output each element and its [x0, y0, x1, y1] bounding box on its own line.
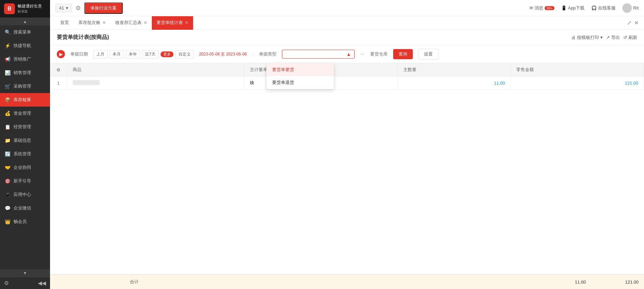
- tab-close-icon[interactable]: ✕: [144, 20, 147, 25]
- sidebar-item-marketing[interactable]: 📢 营销推广: [0, 52, 50, 66]
- header-left: 41 ▾ ⚙ 体验行业方案: [55, 2, 123, 14]
- customer-service-btn[interactable]: 🎧 在线客服: [591, 5, 616, 11]
- print-btn[interactable]: 🖨 按模板打印 ▾: [571, 35, 603, 41]
- col-header-settings[interactable]: ⚙: [50, 63, 67, 76]
- promo-button[interactable]: 体验行业方案: [84, 2, 123, 14]
- sidebar-item-wechat[interactable]: 💬 企业微信: [0, 201, 50, 215]
- col-header-quantity: 主数量: [398, 63, 510, 76]
- filter-toggle-btn[interactable]: ▶: [57, 50, 65, 58]
- page-header: 要货单统计表(按商品) 🖨 按模板打印 ▾ ↗ 导出 ↺ 刷新: [50, 30, 644, 45]
- app-icon: 📱: [561, 5, 567, 10]
- tab-home[interactable]: 首页: [55, 16, 74, 30]
- sidebar-items: 🔍 搜索菜单 ⚡ 快捷导航 📢 营销推广 📊 销售管理 🛒 采购管理 📦 库存核…: [0, 25, 50, 269]
- tab-close-icon[interactable]: ✕: [185, 20, 188, 25]
- row-product: [67, 76, 244, 90]
- sidebar-item-sales[interactable]: 📊 销售管理: [0, 66, 50, 80]
- dropdown-arrow-icon: ▾: [66, 5, 68, 10]
- sidebar-item-label: 应用中心: [14, 192, 31, 198]
- operations-icon: 📋: [4, 124, 11, 130]
- sidebar-item-guide[interactable]: 🎯 新手引导: [0, 174, 50, 188]
- collapse-icon[interactable]: ◀◀: [38, 280, 46, 286]
- sidebar-item-basic-info[interactable]: 📁 基础信息: [0, 134, 50, 147]
- col-header-product: 商品: [67, 63, 244, 76]
- sidebar-item-purchase[interactable]: 🛒 采购管理: [0, 80, 50, 93]
- dropdown-item-order-goods[interactable]: 要货单要货: [267, 63, 334, 76]
- date-buttons: 上月 本月 本年 近7天 更多 自定义: [93, 50, 194, 59]
- user-avatar: [622, 3, 632, 13]
- filter-more-icon[interactable]: ···: [360, 51, 364, 57]
- refresh-btn[interactable]: ↺ 刷新: [623, 35, 637, 41]
- user-profile[interactable]: Rit: [622, 3, 639, 13]
- date-btn-custom[interactable]: 自定义: [175, 50, 194, 59]
- data-table: ⚙ 商品 主计量单位 主数量 零售金额 1 块: [50, 63, 644, 90]
- sidebar-item-label: 采购管理: [14, 83, 31, 89]
- sidebar-item-member[interactable]: 👑 畅会员: [0, 215, 50, 228]
- col-header-amount: 零售金额: [510, 63, 644, 76]
- tab-inventory-batch[interactable]: 库存批次账 ✕: [74, 16, 111, 30]
- sidebar-item-search[interactable]: 🔍 搜索菜单: [0, 25, 50, 39]
- page-actions: 🖨 按模板打印 ▾ ↗ 导出 ↺ 刷新: [571, 35, 637, 41]
- print-dropdown-icon: ▾: [600, 35, 603, 40]
- sidebar-item-label: 快捷导航: [14, 43, 31, 49]
- logo-text: 畅捷通好生意: [18, 4, 42, 9]
- inventory-icon: 📦: [4, 97, 11, 103]
- sidebar-item-inventory[interactable]: 📦 库存核算: [0, 93, 50, 107]
- amount-link[interactable]: 121.00: [625, 81, 638, 86]
- service-label: 在线客服: [598, 5, 616, 11]
- tab-label: 收发存汇总表: [115, 20, 142, 26]
- type-select[interactable]: ▲: [282, 50, 355, 59]
- date-btn-7days[interactable]: 近7天: [142, 50, 159, 59]
- sidebar-item-operations[interactable]: 📋 经营管理: [0, 120, 50, 134]
- print-icon: 🖨: [571, 35, 576, 40]
- tab-label: 库存批次账: [78, 20, 100, 26]
- user-name: Rit: [633, 5, 639, 10]
- export-label: 导出: [611, 35, 620, 41]
- tab-close-all-icon[interactable]: ✕: [634, 20, 639, 26]
- page-content: 要货单统计表(按商品) 🖨 按模板打印 ▾ ↗ 导出 ↺ 刷新 ▶: [50, 30, 644, 289]
- header: 41 ▾ ⚙ 体验行业方案 ✉ 消息 99+ 📱 App下载 🎧 在线客服 R: [50, 0, 644, 16]
- logo-icon: B: [4, 3, 15, 14]
- tab-receipt-summary[interactable]: 收发存汇总表 ✕: [111, 16, 152, 30]
- refresh-icon: ↺: [623, 35, 627, 40]
- sidebar-item-label: 销售管理: [14, 70, 31, 76]
- header-settings-icon[interactable]: ⚙: [75, 4, 81, 12]
- tab-close-icon[interactable]: ✕: [102, 20, 106, 25]
- query-button[interactable]: 查询: [393, 49, 413, 59]
- messages-count: 99+: [545, 6, 554, 10]
- settings-icon[interactable]: ⚙: [4, 280, 9, 286]
- branch-dropdown[interactable]: 41 ▾: [55, 4, 72, 12]
- sidebar-item-system[interactable]: 🔄 系统管理: [0, 147, 50, 161]
- settings-button[interactable]: 设置: [418, 49, 438, 60]
- marketing-icon: 📢: [4, 57, 11, 62]
- sidebar-item-label: 系统管理: [14, 151, 31, 157]
- total-row: 合计 11.00 121.00: [50, 274, 644, 289]
- sidebar-item-enterprise[interactable]: 🤝 企业协同: [0, 161, 50, 174]
- tab-order-summary[interactable]: 要货单统计表 ✕: [152, 16, 193, 30]
- branch-name: 41: [59, 5, 64, 10]
- export-btn[interactable]: ↗ 导出: [606, 35, 620, 41]
- type-input[interactable]: [286, 52, 347, 57]
- page-title: 要货单统计表(按商品): [57, 34, 109, 41]
- select-arrow-icon: ▲: [347, 51, 351, 57]
- sidebar-item-label: 资金管理: [14, 110, 31, 116]
- table-header-row: ⚙ 商品 主计量单位 主数量 零售金额: [50, 63, 644, 76]
- sidebar-item-app-center[interactable]: 📱 应用中心: [0, 188, 50, 201]
- search-icon: 🔍: [4, 29, 11, 35]
- quantity-link[interactable]: 11.00: [494, 81, 505, 86]
- column-settings-icon[interactable]: ⚙: [56, 67, 61, 72]
- date-btn-last-month[interactable]: 上月: [93, 50, 108, 59]
- sidebar-item-quick-nav[interactable]: ⚡ 快捷导航: [0, 39, 50, 52]
- member-icon: 👑: [4, 219, 11, 224]
- app-download-btn[interactable]: 📱 App下载: [561, 5, 585, 11]
- dropdown-item-order-return[interactable]: 要货单退货: [267, 76, 334, 89]
- date-btn-this-month[interactable]: 本月: [110, 50, 124, 59]
- divider: |: [252, 52, 253, 57]
- tab-maximize-icon[interactable]: ⤢: [627, 20, 631, 26]
- more-badge[interactable]: 更多: [161, 51, 173, 57]
- date-btn-this-year[interactable]: 本年: [126, 50, 140, 59]
- sidebar-scroll-up[interactable]: ▲: [0, 18, 50, 25]
- sidebar-item-label: 企业协同: [14, 164, 31, 171]
- sidebar-item-finance[interactable]: 💰 资金管理: [0, 107, 50, 120]
- sidebar-scroll-down[interactable]: ▼: [0, 269, 50, 277]
- messages-badge[interactable]: ✉ 消息 99+: [529, 5, 554, 11]
